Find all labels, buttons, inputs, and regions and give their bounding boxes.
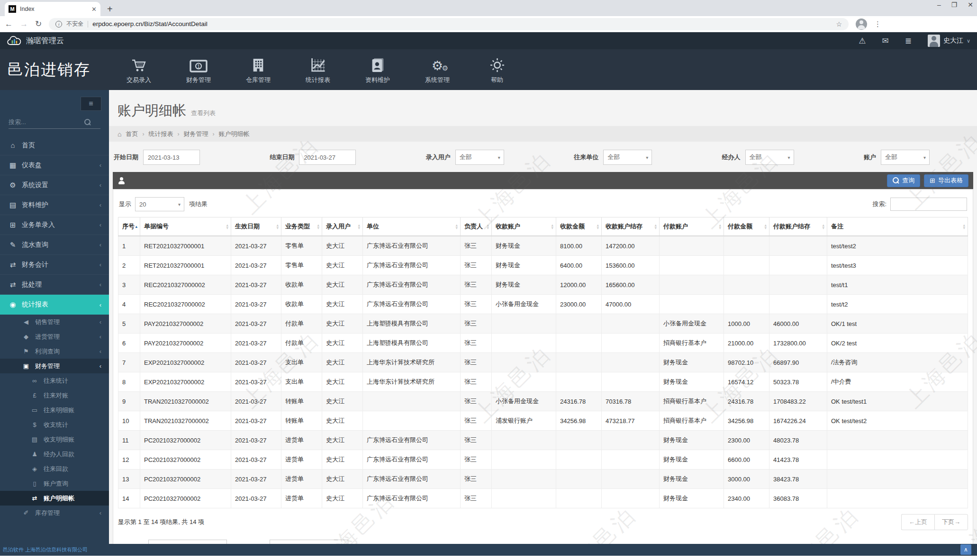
search-icon[interactable] [84,119,91,126]
sidebar-item-finance-mgmt[interactable]: ▣财务管理‹ [0,359,109,373]
top-menu-item-6[interactable]: ⚙⚙系统管理 [407,55,467,84]
forward-icon[interactable]: → [20,19,28,29]
scroll-top-button[interactable]: ∧ [960,544,971,555]
window-maximize-icon[interactable]: ❐ [951,1,958,9]
sidebar-item-dashboard[interactable]: ▦仪表盘‹ [0,155,109,175]
window-minimize-icon[interactable]: – [937,1,941,9]
column-header[interactable]: 收款账户▴▾ [492,217,556,236]
agent-select[interactable]: 全部▾ [745,150,794,165]
column-header[interactable]: 收款金额▴▾ [556,217,602,236]
sidebar-item-partner-reconcile[interactable]: £往来对账 [0,388,109,403]
column-header[interactable]: 付款金额▴▾ [724,217,769,236]
table-row[interactable]: 11PC202103270000022021-03-27进货单史大江广东博远石业… [118,431,968,450]
tasks-icon[interactable]: ≣ [905,36,912,46]
account-select[interactable]: 全部▾ [881,150,930,165]
window-close-icon[interactable]: ✕ [968,1,973,9]
top-menu-item-3[interactable]: 仓库管理 [228,55,288,84]
mail-icon[interactable]: ✉ [882,36,888,46]
table-row[interactable]: 5PAY202103270000022021-03-27付款单史大江上海塑骄模具… [118,314,968,334]
table-row[interactable]: 4REC202103270000022021-03-27收款单史大江广东博远石业… [118,295,968,314]
start-date-input[interactable] [143,150,200,165]
column-header[interactable]: 备注▴▾ [827,217,968,236]
sidebar-item-agent-collection[interactable]: ♟经办人回款 [0,447,109,461]
table-row[interactable]: 9TRAN202103270000022021-03-27转账单史大江张三小张备… [118,392,968,411]
table-row[interactable]: 10TRAN202103270000022021-03-27转账单史大江张三浦发… [118,411,968,431]
page-size-select[interactable]: 20 ▾ [135,197,184,211]
next-page-button[interactable]: 下页→ [934,514,968,530]
table-row[interactable]: 1RET202103270000012021-03-27零售单史大江广东博远石业… [118,236,968,256]
sidebar-item-profit-query[interactable]: ⚑利润查询‹ [0,344,109,359]
sidebar-item-flow-query[interactable]: ✎流水查询‹ [0,235,109,255]
sidebar-item-partner-collection[interactable]: ◈往来回款 [0,461,109,476]
column-header[interactable]: 付款账户▴▾ [660,217,724,236]
top-menu-item-4[interactable]: 统计报表 [288,55,348,84]
table-row[interactable]: 7EXP202103270000022021-03-27支出单史大江上海华东计算… [118,353,968,372]
sidebar-item-income-expense-stats[interactable]: $收支统计 [0,417,109,432]
breadcrumb-item[interactable]: 统计报表 [148,130,173,138]
breadcrumb-item[interactable]: 账户明细帐 [218,130,249,138]
sidebar-item-home[interactable]: ⌂首页 [0,135,109,155]
new-tab-button[interactable]: + [107,2,113,16]
sidebar-item-stat-reports[interactable]: ◉统计报表‹ [0,295,109,315]
top-menu-item-2[interactable]: 1财务管理 [169,55,228,84]
total-paid-input[interactable] [270,540,348,544]
column-header[interactable]: 业务类型▴▾ [281,217,322,236]
sidebar-item-batch-process[interactable]: ⇄批处理‹ [0,275,109,295]
breadcrumb-item[interactable]: 财务管理 [183,130,208,138]
column-header[interactable]: 单位▴▾ [363,217,461,236]
sidebar-item-sales-mgmt[interactable]: ◀销售管理‹ [0,315,109,329]
browser-tab[interactable]: M Index ✕ [5,2,100,16]
column-header[interactable]: 序号▴ [118,217,140,236]
partner-unit-select[interactable]: 全部▾ [603,150,652,165]
table-row[interactable]: 8EXP202103270000022021-03-27支出单史大江上海华东计算… [118,372,968,392]
column-header[interactable]: 单据编号▴▾ [140,217,231,236]
table-row[interactable]: 6PAY202103270000022021-03-27付款单史大江上海塑骄模具… [118,334,968,353]
table-row[interactable]: 2RET202103270000012021-03-27零售单史大江广东博远石业… [118,256,968,275]
sidebar-search-input[interactable] [9,118,84,126]
sidebar-toggle-icon[interactable]: ≡ [81,97,101,111]
browser-menu-icon[interactable]: ⋮ [874,20,881,28]
sidebar-item-purchase-mgmt[interactable]: ◆进货管理‹ [0,329,109,344]
prev-page-button[interactable]: ←上页 [901,514,934,530]
column-header[interactable]: 收款账户结存▴▾ [602,217,660,236]
sidebar-item-partner-stats[interactable]: ∞往来统计 [0,373,109,388]
column-header[interactable]: 录入用户▴▾ [322,217,363,236]
sidebar-item-partner-detail[interactable]: ▭往来明细账 [0,403,109,417]
column-header[interactable]: 负责人▴▾ [461,217,492,236]
browser-profile-avatar[interactable] [856,18,867,30]
sidebar-item-account-detail[interactable]: ⇄账户明细帐 [0,491,109,506]
refresh-icon[interactable]: ↻ [35,19,42,29]
query-button[interactable]: 查询 [887,174,920,187]
sidebar-item-data-maintenance[interactable]: ▤资料维护‹ [0,195,109,215]
end-date-input[interactable] [299,150,356,165]
entry-user-select[interactable]: 全部▾ [455,150,504,165]
total-received-input[interactable] [148,540,227,544]
top-menu-item-1[interactable]: 交易录入 [109,55,169,84]
sidebar-item-account-query[interactable]: ▯账户查询 [0,476,109,491]
show-label: 显示 [119,200,131,208]
info-icon[interactable]: i [55,21,62,27]
export-table-button[interactable]: ⊞ 导出表格 [924,174,968,187]
alert-icon[interactable]: ⚠ [859,36,866,46]
column-header[interactable]: 付款账户结存▴▾ [769,217,827,236]
sidebar-item-order-entry[interactable]: ⊞业务单录入‹ [0,215,109,235]
sidebar-item-inventory-mgmt[interactable]: ✐库存管理‹ [0,506,109,520]
tab-close-icon[interactable]: ✕ [91,6,97,13]
sidebar-item-system-settings[interactable]: ⚙系统设置‹ [0,175,109,195]
bookmark-star-icon[interactable]: ☆ [836,20,842,28]
sidebar-item-income-expense-detail[interactable]: ▤收支明细账 [0,432,109,447]
table-row[interactable]: 14PC202103270000022021-03-27进货单史大江广东博远石业… [118,489,968,508]
sidebar-item-finance-accounting[interactable]: ⇄财务会计‹ [0,255,109,275]
table-search-input[interactable] [890,198,967,211]
table-cell: 3000.00 [724,470,769,489]
table-row[interactable]: 3REC202103270000022021-03-27收款单史大江广东博远石业… [118,275,968,295]
top-menu-item-7[interactable]: 帮助 [467,55,527,84]
user-menu[interactable]: 史大江 ∨ [928,35,970,47]
address-bar[interactable]: i 不安全 erpdoc.epoerp.cn/Biz/Stat/AccountD… [49,18,849,30]
breadcrumb-item[interactable]: 首页 [126,130,138,138]
back-icon[interactable]: ← [5,19,13,29]
table-row[interactable]: 12PC202103270000022021-03-27进货单史大江广东博远石业… [118,450,968,470]
top-menu-item-5[interactable]: 资料维护 [348,55,407,84]
table-row[interactable]: 13PC202103270000022021-03-27进货单史大江广东博远石业… [118,470,968,489]
column-header[interactable]: 生效日期▴▾ [231,217,281,236]
